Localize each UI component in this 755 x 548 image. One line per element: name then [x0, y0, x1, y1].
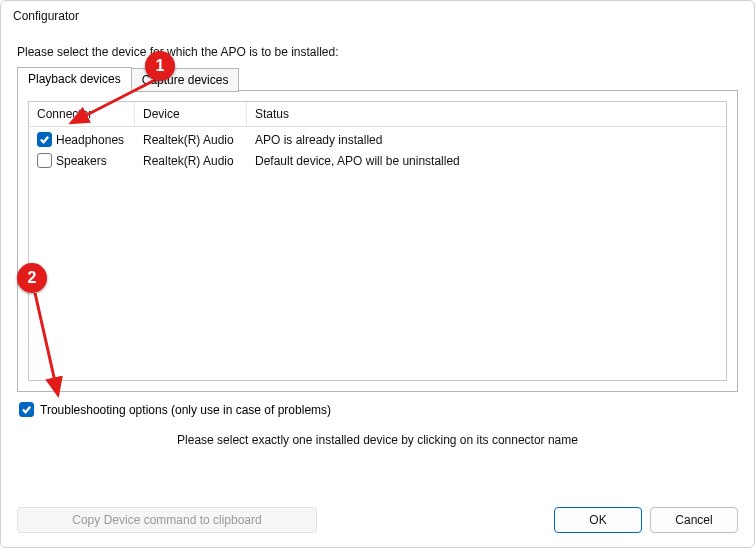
device-tabs: Playback devices Capture devices: [17, 67, 738, 91]
cancel-button[interactable]: Cancel: [650, 507, 738, 533]
column-header-device[interactable]: Device: [135, 102, 247, 126]
device-connector-label: Headphones: [56, 133, 124, 147]
column-header-connector[interactable]: Connector: [29, 102, 135, 126]
device-connector-label: Speakers: [56, 154, 107, 168]
copy-device-command-button: Copy Device command to clipboard: [17, 507, 317, 533]
device-checkbox-headphones[interactable]: [37, 132, 52, 147]
table-row[interactable]: Speakers Realtek(R) Audio Default device…: [29, 150, 726, 171]
window-title: Configurator: [1, 1, 754, 31]
device-status-label: APO is already installed: [247, 131, 726, 149]
tab-playback-devices[interactable]: Playback devices: [17, 67, 132, 91]
instruction-text: Please select the device for which the A…: [17, 45, 738, 59]
device-table: Connector Device Status Headphones Realt…: [28, 101, 727, 381]
device-checkbox-speakers[interactable]: [37, 153, 52, 168]
table-row[interactable]: Headphones Realtek(R) Audio APO is alrea…: [29, 129, 726, 150]
device-status-label: Default device, APO will be uninstalled: [247, 152, 726, 170]
device-name-label: Realtek(R) Audio: [135, 131, 247, 149]
selection-hint: Please select exactly one installed devi…: [17, 433, 738, 447]
ok-button[interactable]: OK: [554, 507, 642, 533]
tab-capture-devices[interactable]: Capture devices: [131, 68, 240, 92]
tab-panel-playback: Connector Device Status Headphones Realt…: [17, 90, 738, 392]
dialog-button-row: Copy Device command to clipboard OK Canc…: [17, 507, 738, 533]
device-name-label: Realtek(R) Audio: [135, 152, 247, 170]
troubleshooting-checkbox[interactable]: [19, 402, 34, 417]
troubleshooting-label: Troubleshooting options (only use in cas…: [40, 403, 331, 417]
device-table-header: Connector Device Status: [29, 102, 726, 127]
column-header-status[interactable]: Status: [247, 102, 726, 126]
